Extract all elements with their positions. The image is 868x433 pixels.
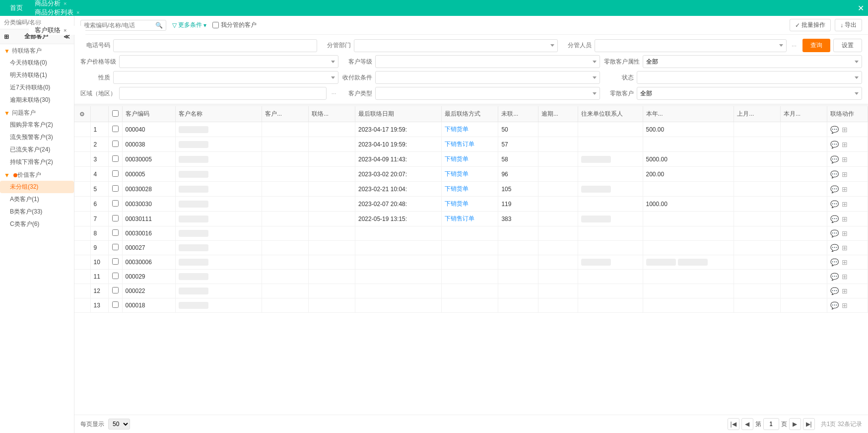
row-last-way[interactable] xyxy=(442,241,498,255)
row-checkbox[interactable] xyxy=(112,258,119,265)
reset-btn[interactable]: 设置 xyxy=(833,39,862,52)
row-checkbox[interactable] xyxy=(112,301,119,308)
row-checkbox[interactable] xyxy=(112,155,119,162)
col-type-header[interactable]: 客户... xyxy=(262,106,309,122)
sidebar-item-流失预警客户(3)[interactable]: 流失预警客户(3) xyxy=(0,131,74,144)
chat-icon[interactable]: 💬 xyxy=(830,215,839,223)
payment-select[interactable] xyxy=(375,71,601,84)
region-input[interactable] xyxy=(119,87,327,100)
nav-tab-客户分层经营[interactable]: 客户分层经营× xyxy=(29,17,85,26)
row-last-way-link[interactable]: 下销货单 xyxy=(445,170,468,177)
region-dots[interactable]: ··· xyxy=(330,90,338,97)
grid-action-icon[interactable]: ⊞ xyxy=(842,258,848,266)
row-last-way[interactable] xyxy=(442,270,498,284)
customer-type-select[interactable] xyxy=(375,87,601,100)
settings-col-header[interactable]: ⚙ xyxy=(74,106,90,122)
tab-close-icon[interactable]: × xyxy=(64,27,67,33)
chat-icon[interactable]: 💬 xyxy=(830,200,839,208)
nav-tab-商品分析列表[interactable]: 商品分析列表× xyxy=(29,8,85,17)
chat-icon[interactable]: 💬 xyxy=(830,301,839,309)
row-last-way[interactable] xyxy=(442,298,498,313)
grid-action-icon[interactable]: ⊞ xyxy=(842,229,848,237)
chat-icon[interactable]: 💬 xyxy=(830,185,839,193)
filter-search-icon[interactable]: 🔍 xyxy=(155,22,163,29)
row-last-way-link[interactable]: 下销货单 xyxy=(445,200,468,207)
chat-icon[interactable]: 💬 xyxy=(830,244,839,252)
row-last-way[interactable] xyxy=(442,255,498,270)
grid-action-icon[interactable]: ⊞ xyxy=(842,301,848,309)
row-checkbox[interactable] xyxy=(112,273,119,279)
sidebar-item-囤购异常客户(2)[interactable]: 囤购异常客户(2) xyxy=(0,119,74,131)
sidebar-group-待联络客户[interactable]: ▼待联络客户 xyxy=(0,44,74,57)
tab-close-icon[interactable]: × xyxy=(76,18,79,24)
row-last-way[interactable]: 下销货单 xyxy=(442,152,498,167)
row-last-way[interactable]: 下销货单 xyxy=(442,167,498,182)
grid-action-icon[interactable]: ⊞ xyxy=(842,200,848,208)
status-select[interactable] xyxy=(637,71,862,84)
col-overdue-header[interactable]: 逾期... xyxy=(538,106,578,122)
row-last-way[interactable]: 下销货单 xyxy=(442,182,498,197)
chat-icon[interactable]: 💬 xyxy=(830,273,839,281)
chat-icon[interactable]: 💬 xyxy=(830,141,839,148)
row-checkbox[interactable] xyxy=(112,287,119,293)
row-checkbox[interactable] xyxy=(112,185,119,192)
grid-action-icon[interactable]: ⊞ xyxy=(842,170,848,178)
row-last-way[interactable] xyxy=(442,226,498,241)
sidebar-group-问题客户[interactable]: ▼问题客户 xyxy=(0,106,74,119)
filter-search-input[interactable] xyxy=(84,22,153,29)
row-last-way[interactable]: 下销售订单 xyxy=(442,137,498,152)
row-checkbox[interactable] xyxy=(112,126,119,132)
row-last-way-link[interactable]: 下销货单 xyxy=(445,155,468,162)
sidebar-item-近7天待联络(0)[interactable]: 近7天待联络(0) xyxy=(0,81,74,94)
sidebar-group-价值客户[interactable]: ▼价值客户 xyxy=(0,168,74,181)
row-last-way[interactable]: 下销货单 xyxy=(442,197,498,212)
col-unit-header[interactable]: 往来单位联系人 xyxy=(578,106,643,122)
sidebar-item-C类客户(6)[interactable]: C类客户(6) xyxy=(0,218,74,230)
staff-dots[interactable]: ··· xyxy=(790,42,799,49)
last-page-btn[interactable]: ▶| xyxy=(803,418,815,430)
retail-attr-select[interactable]: 全部 xyxy=(643,55,862,68)
sidebar-item-A类客户(1)[interactable]: A类客户(1) xyxy=(0,193,74,206)
col-code-header[interactable]: 客户编码 xyxy=(122,106,175,122)
more-conditions-btn[interactable]: ▽ 更多条件 ▾ xyxy=(172,21,206,29)
page-number-input[interactable] xyxy=(763,418,779,430)
grid-action-icon[interactable]: ⊞ xyxy=(842,185,848,193)
price-level-select[interactable] xyxy=(119,55,338,68)
row-last-way[interactable]: 下销售订单 xyxy=(442,212,498,226)
chat-icon[interactable]: 💬 xyxy=(830,258,839,266)
my-customers-check[interactable] xyxy=(212,22,219,28)
sidebar-item-已流失客户(24)[interactable]: 已流失客户(24) xyxy=(0,144,74,156)
sidebar-item-持续下滑客户(2)[interactable]: 持续下滑客户(2) xyxy=(0,156,74,168)
grid-action-icon[interactable]: ⊞ xyxy=(842,141,848,148)
sidebar-item-明天待联络(1)[interactable]: 明天待联络(1) xyxy=(0,69,74,81)
chat-icon[interactable]: 💬 xyxy=(830,229,839,237)
chat-icon[interactable]: 💬 xyxy=(830,170,839,178)
grid-action-icon[interactable]: ⊞ xyxy=(842,244,848,252)
per-page-select[interactable]: 50 xyxy=(108,419,130,430)
col-name-header[interactable]: 客户名称 xyxy=(175,106,262,122)
close-window-icon[interactable]: ✕ xyxy=(858,3,864,13)
grid-action-icon[interactable]: ⊞ xyxy=(842,215,848,223)
staff-select[interactable] xyxy=(595,39,787,52)
col-lastmonth-header[interactable]: 上月... xyxy=(734,106,781,122)
col-date-header[interactable]: 最后联络日期 xyxy=(355,106,442,122)
chat-icon[interactable]: 💬 xyxy=(830,287,839,295)
grid-action-icon[interactable]: ⊞ xyxy=(842,287,848,295)
sidebar-item-今天待联络(0)[interactable]: 今天待联络(0) xyxy=(0,57,74,69)
tab-close-icon[interactable]: × xyxy=(76,9,79,15)
row-last-way-link[interactable]: 下销货单 xyxy=(445,185,468,192)
nav-tab-商品分析[interactable]: 商品分析× xyxy=(29,0,85,8)
chat-icon[interactable]: 💬 xyxy=(830,155,839,163)
row-last-way[interactable]: 下销货单 xyxy=(442,122,498,137)
retail-customer-select[interactable]: 全部 xyxy=(637,87,862,100)
grid-action-icon[interactable]: ⊞ xyxy=(842,126,848,134)
row-checkbox[interactable] xyxy=(112,229,119,236)
grid-action-icon[interactable]: ⊞ xyxy=(842,155,848,163)
row-checkbox[interactable] xyxy=(112,200,119,207)
nature-select[interactable] xyxy=(113,71,338,84)
row-last-way-link[interactable]: 下销售订单 xyxy=(445,215,474,222)
batch-ops-btn[interactable]: ✓ 批量操作 xyxy=(790,19,831,31)
select-all-checkbox[interactable] xyxy=(112,110,119,117)
tab-close-icon[interactable]: × xyxy=(64,0,67,6)
sidebar-item-逾期未联络(30)[interactable]: 逾期未联络(30) xyxy=(0,94,74,106)
